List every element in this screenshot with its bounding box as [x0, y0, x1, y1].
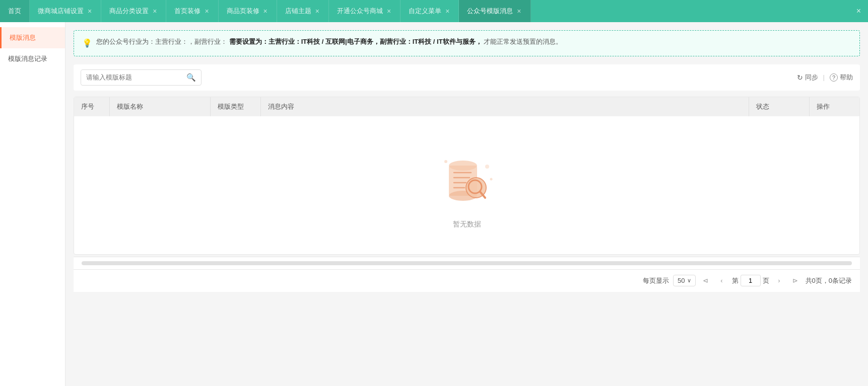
- data-table: 序号 模版名称 模版类型 消息内容 状态: [74, 97, 859, 254]
- col-header-name: 模版名称: [109, 97, 210, 116]
- main-layout: 模版消息 模版消息记录 💡 您的公众号行业为：主营行业：，副营行业： 需要设置为…: [0, 22, 868, 386]
- sidebar-item-template-msg-log[interactable]: 模版消息记录: [0, 48, 65, 69]
- toolbar-right: ↻ 同步 | ? 帮助: [797, 73, 853, 82]
- sidebar: 模版消息 模版消息记录: [0, 22, 65, 386]
- table-header-row: 序号 模版名称 模版类型 消息内容 状态: [74, 97, 859, 116]
- notice-highlight-text: 需要设置为：主营行业：IT科技 / 互联网|电子商务，副营行业：IT科技 / I…: [229, 38, 482, 45]
- col-header-type: 模版类型: [210, 97, 260, 116]
- main-content: 💡 您的公众号行业为：主营行业：，副营行业： 需要设置为：主营行业：IT科技 /…: [65, 22, 868, 386]
- horizontal-scrollbar[interactable]: [82, 261, 852, 265]
- help-icon: ?: [830, 73, 838, 82]
- search-icon: 🔍: [186, 73, 196, 82]
- close-all-tabs-button[interactable]: ×: [849, 0, 868, 22]
- per-page-dropdown-icon: ∨: [687, 277, 691, 284]
- empty-state-text: 暂无数据: [453, 220, 481, 229]
- horizontal-scrollbar-wrap: [74, 257, 860, 269]
- help-button[interactable]: ? 帮助: [830, 73, 853, 82]
- search-box: 🔍: [81, 69, 202, 86]
- nav-tab-shop-settings-label: 微商城店铺设置: [38, 7, 84, 16]
- nav-tab-category-settings-label: 商品分类设置: [109, 7, 149, 16]
- pagination: 每页显示 50 ∨ ⊲ ‹ 第 页 › ⊳ 共0页，0条记录: [74, 269, 860, 292]
- per-page-label: 每页显示: [643, 276, 669, 285]
- nav-tab-store-theme[interactable]: 店铺主题 ×: [277, 0, 329, 22]
- nav-tab-homepage-decor[interactable]: 首页装修 ×: [166, 0, 218, 22]
- nav-tab-homepage-decor-label: 首页装修: [174, 7, 201, 16]
- svg-point-12: [490, 178, 492, 180]
- search-input[interactable]: [81, 70, 181, 84]
- notice-icon: 💡: [82, 37, 92, 50]
- nav-tab-template-message[interactable]: 公众号模版消息 ×: [459, 0, 530, 22]
- sync-button[interactable]: ↻ 同步: [797, 73, 818, 82]
- page-input-wrap: 第 页: [732, 275, 769, 286]
- close-shop-settings-icon[interactable]: ×: [87, 6, 93, 16]
- nav-tab-product-decor[interactable]: 商品页装修 ×: [219, 0, 277, 22]
- close-store-theme-icon[interactable]: ×: [314, 6, 320, 16]
- close-category-settings-icon[interactable]: ×: [152, 6, 158, 16]
- page-label: 第: [732, 276, 739, 285]
- prev-page-button[interactable]: ‹: [716, 275, 728, 287]
- sync-label: 同步: [805, 73, 818, 82]
- search-button[interactable]: 🔍: [181, 70, 201, 85]
- nav-tab-category-settings[interactable]: 商品分类设置 ×: [101, 0, 166, 22]
- help-label: 帮助: [840, 73, 853, 82]
- sidebar-item-template-msg[interactable]: 模版消息: [0, 27, 65, 48]
- page-unit: 页: [763, 276, 769, 285]
- sync-icon: ↻: [797, 73, 803, 82]
- nav-tab-product-decor-label: 商品页装修: [227, 7, 259, 16]
- nav-tab-template-message-label: 公众号模版消息: [467, 7, 513, 16]
- nav-tab-store-theme-label: 店铺主题: [285, 7, 311, 16]
- nav-tab-custom-menu-label: 自定义菜单: [409, 7, 441, 16]
- nav-tab-open-wechat-shop-label: 开通公众号商城: [337, 7, 383, 16]
- sidebar-item-template-msg-label: 模版消息: [10, 34, 36, 41]
- close-open-wechat-shop-icon[interactable]: ×: [386, 6, 392, 16]
- nav-tab-home-label: 首页: [8, 7, 21, 16]
- toolbar-divider: |: [823, 73, 825, 81]
- sidebar-item-template-msg-log-label: 模版消息记录: [8, 55, 47, 62]
- table-empty-cell: 暂无数据: [74, 116, 859, 254]
- col-header-status: 状态: [749, 97, 809, 116]
- col-header-content: 消息内容: [260, 97, 749, 116]
- nav-tab-shop-settings[interactable]: 微商城店铺设置 ×: [30, 0, 101, 22]
- per-page-value: 50: [678, 277, 685, 284]
- notice-text: 您的公众号行业为：主营行业：，副营行业： 需要设置为：主营行业：IT科技 / 互…: [96, 37, 562, 47]
- col-header-seq: 序号: [74, 97, 109, 116]
- close-template-message-icon[interactable]: ×: [516, 6, 522, 16]
- page-number-input[interactable]: [741, 275, 761, 286]
- toolbar: 🔍 ↻ 同步 | ? 帮助: [74, 64, 860, 91]
- close-homepage-decor-icon[interactable]: ×: [204, 6, 210, 16]
- nav-tab-custom-menu[interactable]: 自定义菜单 ×: [400, 0, 459, 22]
- col-header-action: 操作: [809, 97, 859, 116]
- empty-state: 暂无数据: [81, 121, 852, 249]
- last-page-button[interactable]: ⊳: [789, 275, 802, 287]
- table-empty-row: 暂无数据: [74, 116, 859, 254]
- first-page-button[interactable]: ⊲: [700, 275, 712, 287]
- empty-state-illustration: [437, 151, 497, 212]
- per-page-select[interactable]: 50 ∨: [673, 275, 695, 286]
- notice-banner: 💡 您的公众号行业为：主营行业：，副营行业： 需要设置为：主营行业：IT科技 /…: [74, 30, 860, 56]
- svg-point-10: [444, 160, 447, 163]
- next-page-button[interactable]: ›: [773, 275, 785, 287]
- close-product-decor-icon[interactable]: ×: [262, 6, 269, 16]
- total-info: 共0页，0条记录: [806, 276, 852, 285]
- data-table-wrap: 序号 模版名称 模版类型 消息内容 状态: [74, 97, 860, 255]
- close-custom-menu-icon[interactable]: ×: [444, 6, 450, 16]
- svg-point-11: [485, 165, 489, 169]
- nav-tab-home[interactable]: 首页: [0, 0, 30, 22]
- top-navigation: 首页 微商城店铺设置 × 商品分类设置 × 首页装修 × 商品页装修 × 店铺主…: [0, 0, 868, 22]
- nav-tab-open-wechat-shop[interactable]: 开通公众号商城 ×: [329, 0, 400, 22]
